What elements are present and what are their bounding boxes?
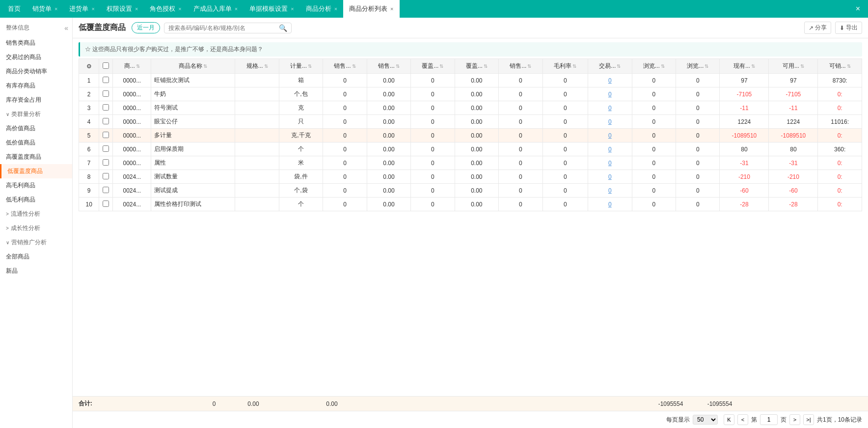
row-checkbox[interactable] xyxy=(99,156,113,170)
sidebar-item-traded-goods[interactable]: 交易过的商品 xyxy=(0,50,72,64)
row-select-checkbox[interactable] xyxy=(103,104,109,111)
col-salable[interactable]: 可销...⇅ xyxy=(818,59,862,74)
nav-template-close[interactable]: × xyxy=(291,6,294,12)
sidebar-item-sales-goods[interactable]: 销售类商品 xyxy=(0,36,72,50)
col-usable-stock[interactable]: 可用...⇅ xyxy=(769,59,818,74)
row-current-stock: -60 xyxy=(720,184,769,198)
row-select-checkbox[interactable] xyxy=(103,77,109,83)
row-checkbox[interactable] xyxy=(99,87,113,101)
nav-purchase-close[interactable]: × xyxy=(91,6,94,12)
col-code[interactable]: 商...⇅ xyxy=(113,59,151,74)
table-row[interactable]: 6 0000... 启用保质期 个 0 0.00 0 0.00 0 0 0 0 … xyxy=(79,143,862,156)
row-checkbox[interactable] xyxy=(99,129,113,143)
sidebar-item-high-value[interactable]: 高价值商品 xyxy=(0,121,72,136)
nav-home[interactable]: 首页 xyxy=(2,0,27,18)
table-row[interactable]: 9 0024... 测试提成 个,袋 0 0.00 0 0.00 0 0 0 0… xyxy=(79,184,862,198)
nav-finished-close[interactable]: × xyxy=(235,6,238,12)
row-checkbox[interactable] xyxy=(99,170,113,184)
time-filter-button[interactable]: 近一月 xyxy=(132,22,160,33)
table-row[interactable]: 8 0024... 测试数量 袋,件 0 0.00 0 0.00 0 0 0 0… xyxy=(79,170,862,184)
sidebar-item-high-coverage[interactable]: 高覆盖度商品 xyxy=(0,150,72,164)
select-all-checkbox[interactable] xyxy=(103,62,109,69)
nav-template-settings[interactable]: 单据模板设置 × xyxy=(244,0,299,18)
col-browse1[interactable]: 浏览...⇅ xyxy=(632,59,676,74)
row-checkbox[interactable] xyxy=(99,74,113,87)
table-row[interactable]: 10 0024... 属性价格打印测试 个 0 0.00 0 0.00 0 0 … xyxy=(79,198,862,211)
sidebar-item-in-stock[interactable]: 有库存商品 xyxy=(0,79,72,93)
first-page-button[interactable]: K xyxy=(724,414,734,425)
nav-purchase-order[interactable]: 进货单 × xyxy=(63,0,100,18)
table-row[interactable]: 5 0000... 多计量 克,千克 0 0.00 0 0.00 0 0 0 0… xyxy=(79,129,862,143)
row-select-checkbox[interactable] xyxy=(103,90,109,97)
sidebar-group-cluster-analysis[interactable]: ∨ 类群量分析 xyxy=(0,107,72,121)
nav-permission-settings[interactable]: 权限设置 × xyxy=(101,0,144,18)
table-row[interactable]: 3 0000... 符号测试 克 0 0.00 0 0.00 0 0 0 0 0… xyxy=(79,101,862,115)
col-settings[interactable]: ⚙ xyxy=(79,59,99,74)
sidebar-item-category-activity[interactable]: 商品分类动销率 xyxy=(0,64,72,79)
nav-product-analysis-list[interactable]: 商品分析列表 × xyxy=(343,0,399,18)
row-coverage1: 0 xyxy=(411,156,455,170)
row-select-checkbox[interactable] xyxy=(103,173,109,179)
sidebar-item-low-coverage[interactable]: 低覆盖度商品 xyxy=(0,164,72,178)
sidebar-item-inventory-capital[interactable]: 库存资金占用 xyxy=(0,93,72,107)
row-checkbox[interactable] xyxy=(99,184,113,198)
nav-role-close[interactable]: × xyxy=(178,6,181,12)
col-transaction[interactable]: 交易...⇅ xyxy=(588,59,632,74)
row-checkbox[interactable] xyxy=(99,143,113,156)
row-checkbox[interactable] xyxy=(99,101,113,115)
page-number-input[interactable] xyxy=(760,414,778,425)
col-coverage1[interactable]: 覆盖...⇅ xyxy=(411,59,455,74)
row-checkbox[interactable] xyxy=(99,115,113,129)
table-row[interactable]: 7 0000... 属性 米 0 0.00 0 0.00 0 0 0 0 0 -… xyxy=(79,156,862,170)
nav-finished-goods[interactable]: 产成品入库单 × xyxy=(188,0,244,18)
nav-role-auth[interactable]: 角色授权 × xyxy=(144,0,187,18)
sidebar-item-low-value[interactable]: 低价值商品 xyxy=(0,136,72,150)
col-unit[interactable]: 计量...⇅ xyxy=(279,59,323,74)
col-sales-other[interactable]: 销售...⇅ xyxy=(499,59,542,74)
sidebar-item-new-goods[interactable]: 新品 xyxy=(0,264,72,278)
row-select-checkbox[interactable] xyxy=(103,187,109,193)
prev-page-button[interactable]: < xyxy=(737,414,748,425)
sidebar-collapse-button[interactable]: « xyxy=(64,24,68,32)
row-select-checkbox[interactable] xyxy=(103,200,109,207)
row-select-checkbox[interactable] xyxy=(103,132,109,138)
table-row[interactable]: 1 0000... 旺铺批次测试 箱 0 0.00 0 0.00 0 0 0 0… xyxy=(79,74,862,87)
nav-analysis-close[interactable]: × xyxy=(334,6,337,12)
col-gross-margin[interactable]: 毛利率⇅ xyxy=(542,59,588,74)
col-name[interactable]: 商品名称⇅ xyxy=(151,59,235,74)
col-sales-amount[interactable]: 销售...⇅ xyxy=(367,59,410,74)
col-sales-count[interactable]: 销售...⇅ xyxy=(323,59,367,74)
row-checkbox[interactable] xyxy=(99,198,113,211)
sidebar-item-all-goods[interactable]: 全部商品 xyxy=(0,250,72,264)
nav-sales-close[interactable]: × xyxy=(54,6,57,12)
nav-product-analysis[interactable]: 商品分析 × xyxy=(300,0,343,18)
sidebar-group-growth[interactable]: > 成长性分析 xyxy=(0,221,72,235)
sidebar-item-high-margin[interactable]: 高毛利商品 xyxy=(0,178,72,193)
col-current-stock[interactable]: 现有...⇅ xyxy=(720,59,769,74)
col-spec[interactable]: 规格...⇅ xyxy=(235,59,279,74)
row-select-checkbox[interactable] xyxy=(103,118,109,124)
sidebar-group-liquidity[interactable]: > 流通性分析 xyxy=(0,207,72,221)
nav-permission-close[interactable]: × xyxy=(135,6,138,12)
next-page-button[interactable]: > xyxy=(789,414,800,425)
col-browse2[interactable]: 浏览...⇅ xyxy=(676,59,720,74)
last-page-button[interactable]: >| xyxy=(803,414,814,425)
export-button[interactable]: ⬇ 导出 xyxy=(835,22,862,34)
table-row[interactable]: 4 0000... 眼宝公仔 只 0 0.00 0 0.00 0 0 0 0 0… xyxy=(79,115,862,129)
sidebar-group-marketing[interactable]: ∨ 营销推广分析 xyxy=(0,235,72,250)
nav-sales-order[interactable]: 销货单 × xyxy=(27,0,63,18)
search-input[interactable] xyxy=(168,25,279,31)
row-select-checkbox[interactable] xyxy=(103,145,109,152)
share-button[interactable]: ↗ 分享 xyxy=(804,22,831,34)
col-coverage2[interactable]: 覆盖...⇅ xyxy=(455,59,498,74)
nav-analysis-list-close[interactable]: × xyxy=(390,6,393,12)
table-container: ⚙ 商...⇅ 商品名称⇅ 规格...⇅ 计量...⇅ 销售...⇅ 销售...… xyxy=(73,58,868,396)
row-select-checkbox[interactable] xyxy=(103,159,109,166)
row-browse2: 0 xyxy=(676,101,720,115)
sidebar-item-low-margin[interactable]: 低毛利商品 xyxy=(0,193,72,207)
row-code: 0000... xyxy=(113,156,151,170)
per-page-select[interactable]: 50 20 100 200 xyxy=(693,415,718,425)
table-row[interactable]: 2 0000... 牛奶 个,包 0 0.00 0 0.00 0 0 0 0 0… xyxy=(79,87,862,101)
window-close-button[interactable]: × xyxy=(850,4,866,13)
row-num: 10 xyxy=(79,198,99,211)
